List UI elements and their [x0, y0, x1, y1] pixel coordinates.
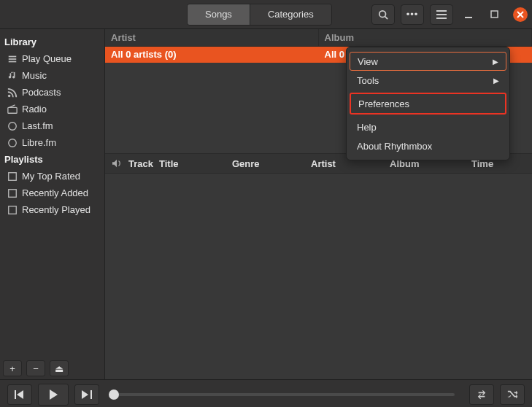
album-header[interactable]: Album: [319, 29, 533, 47]
sidebar-item-recently-added[interactable]: Recently Added: [0, 185, 104, 201]
hamburger-icon: [436, 10, 447, 19]
sidebar-item-label: Recently Added: [22, 187, 88, 198]
artist-header[interactable]: Artist: [105, 29, 319, 47]
svg-marker-21: [17, 390, 23, 399]
tab-categories[interactable]: Categories: [250, 4, 331, 25]
seek-slider[interactable]: [114, 393, 455, 396]
app-menu-button[interactable]: [430, 4, 453, 25]
sidebar-item-label: Play Queue: [22, 53, 72, 64]
svg-rect-2: [436, 10, 447, 12]
tab-songs[interactable]: Songs: [188, 4, 250, 25]
sidebar-item-lastfm[interactable]: Last.fm: [0, 117, 104, 134]
skip-forward-icon: [82, 390, 92, 399]
eject-icon: ⏏: [55, 363, 63, 374]
lastfm-icon: [7, 121, 18, 131]
svg-marker-22: [50, 389, 58, 400]
menu-label: Help: [357, 122, 377, 133]
sidebar-item-play-queue[interactable]: Play Queue: [0, 50, 104, 67]
svg-rect-10: [9, 58, 17, 60]
search-button[interactable]: [371, 4, 395, 25]
playback-bar: [0, 379, 532, 407]
sidebar: Library Play Queue Music Podcasts Radio …: [0, 29, 105, 379]
col-playing[interactable]: [105, 159, 124, 168]
sidebar-item-radio[interactable]: Radio: [0, 101, 104, 117]
col-genre[interactable]: Genre: [228, 158, 307, 169]
menu-label: About Rhythmbox: [357, 141, 432, 152]
artist-column: Artist All 0 artists (0): [105, 29, 319, 153]
shuffle-icon: [507, 389, 517, 400]
chevron-right-icon: ▶: [493, 77, 499, 85]
maximize-icon: [490, 10, 498, 18]
more-button[interactable]: •••: [401, 4, 424, 25]
music-icon: [7, 71, 18, 81]
remove-button[interactable]: −: [26, 360, 45, 376]
svg-point-0: [379, 10, 386, 17]
svg-point-12: [8, 94, 11, 97]
repeat-button[interactable]: [469, 384, 494, 405]
svg-rect-19: [9, 206, 17, 214]
search-icon: [378, 9, 388, 20]
sidebar-item-label: Last.fm: [22, 120, 53, 131]
maximize-button[interactable]: [485, 6, 503, 23]
add-button[interactable]: +: [3, 360, 22, 376]
svg-marker-23: [82, 390, 88, 399]
menu-about[interactable]: About Rhythmbox: [350, 136, 506, 155]
col-track[interactable]: Track: [124, 158, 155, 169]
sidebar-item-label: My Top Rated: [22, 171, 80, 182]
plus-icon: +: [9, 363, 15, 374]
menu-label: Tools: [357, 75, 379, 86]
svg-line-1: [385, 16, 388, 19]
menu-label: View: [358, 56, 378, 67]
menu-preferences[interactable]: Preferences: [350, 93, 506, 115]
view-switcher: Songs Categories: [187, 4, 332, 26]
svg-rect-24: [90, 390, 92, 399]
queue-icon: [7, 54, 18, 64]
svg-rect-5: [465, 17, 472, 18]
playlist-icon: [7, 205, 18, 215]
play-button[interactable]: [38, 384, 69, 406]
librefm-icon: [7, 138, 18, 148]
sidebar-item-label: Libre.fm: [22, 137, 56, 148]
svg-rect-18: [9, 189, 17, 197]
col-title[interactable]: Title: [155, 158, 228, 169]
shuffle-button[interactable]: [500, 384, 525, 405]
prev-button[interactable]: [7, 384, 32, 405]
sidebar-item-label: Podcasts: [22, 87, 61, 98]
library-header: Library: [0, 34, 104, 50]
close-button[interactable]: [513, 7, 528, 22]
minimize-icon: [465, 10, 474, 19]
svg-rect-11: [9, 61, 17, 62]
app-menu-dropdown: View▶ Tools▶ Preferences Help About Rhyt…: [346, 47, 510, 160]
minimize-button[interactable]: [460, 6, 478, 23]
svg-rect-17: [9, 172, 17, 180]
close-icon: [517, 11, 524, 18]
seek-knob[interactable]: [109, 389, 119, 400]
sidebar-item-podcasts[interactable]: Podcasts: [0, 84, 104, 101]
svg-rect-20: [15, 390, 16, 399]
play-icon: [48, 389, 58, 400]
sidebar-item-librefm[interactable]: Libre.fm: [0, 134, 104, 151]
sidebar-item-label: Recently Played: [22, 204, 90, 215]
svg-rect-13: [8, 107, 17, 113]
sidebar-item-my-top-rated[interactable]: My Top Rated: [0, 168, 104, 185]
rss-icon: [7, 88, 18, 98]
sidebar-item-music[interactable]: Music: [0, 67, 104, 84]
playlist-icon: [7, 171, 18, 182]
sidebar-item-label: Radio: [22, 104, 47, 115]
titlebar: Songs Categories •••: [0, 0, 532, 29]
track-list[interactable]: [105, 174, 532, 379]
ellipsis-icon: •••: [406, 9, 419, 20]
next-button[interactable]: [74, 384, 99, 405]
svg-point-15: [9, 122, 17, 130]
sidebar-item-recently-played[interactable]: Recently Played: [0, 201, 104, 218]
menu-view[interactable]: View▶: [350, 52, 506, 71]
menu-help[interactable]: Help: [350, 117, 506, 136]
minus-icon: −: [33, 363, 39, 374]
menu-tools[interactable]: Tools▶: [350, 71, 506, 90]
eject-button[interactable]: ⏏: [50, 360, 69, 376]
playlists-header: Playlists: [0, 151, 104, 168]
svg-point-16: [9, 139, 17, 147]
artist-row-all[interactable]: All 0 artists (0): [105, 47, 319, 63]
repeat-icon: [477, 389, 487, 400]
chevron-right-icon: ▶: [493, 58, 498, 66]
